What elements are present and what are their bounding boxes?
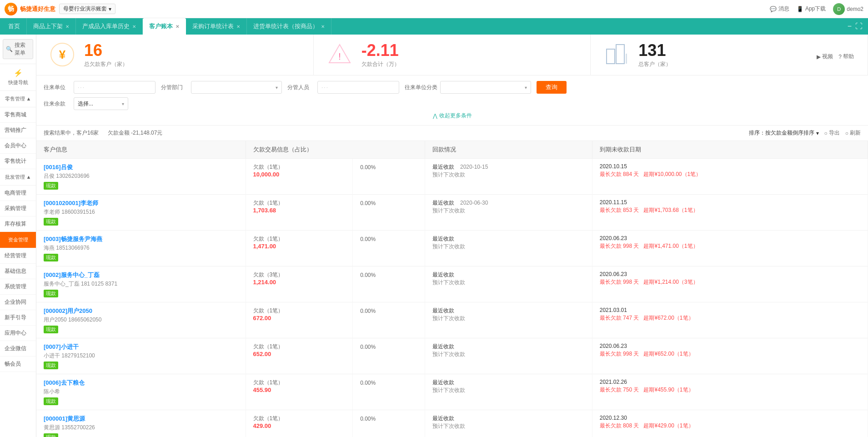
username: demo2: [847, 6, 863, 12]
debt-info-cell: 欠款（1笔） 455.90: [246, 374, 353, 410]
collect-next: 预计下次收款: [432, 171, 585, 179]
sidebar-item-wholesale-mgmt[interactable]: 批发管理 ▲: [0, 169, 36, 186]
chevron-up-icon: ⋀: [433, 113, 437, 119]
sort-selector[interactable]: 排序：按欠款金额倒序排序 ▾: [749, 129, 819, 137]
video-button[interactable]: ▶ 视频: [817, 53, 833, 60]
quick-nav-label: 快捷导航: [8, 79, 28, 86]
sidebar-item-beginner[interactable]: 新手引导: [0, 310, 36, 326]
svg-text:!: !: [338, 51, 341, 61]
tab-label: 产成品入库单历史: [82, 22, 130, 30]
sidebar-item-basic-info[interactable]: 基础信息: [0, 264, 36, 279]
party-input[interactable]: ···: [74, 81, 156, 94]
debt-info-cell: 欠款（1笔） 1,703.68: [246, 195, 353, 231]
sidebar-item-ecommerce[interactable]: 电商管理: [0, 186, 36, 201]
stat-info-total: 131 总客户（家）: [638, 41, 671, 68]
enterprise-label: 企业协同: [5, 298, 26, 306]
person-input[interactable]: ···: [317, 81, 399, 94]
category-select[interactable]: ▾: [440, 81, 531, 94]
due-date: 2021.02.26: [600, 379, 860, 385]
tab-purchase-stats[interactable]: 进货单统计表（按商品） ✕: [247, 18, 331, 35]
results-bar-right: 排序：按欠款金额倒序排序 ▾ ○ 导出 ○ 刷新: [749, 129, 861, 137]
toggle-more-filters[interactable]: ⋀ 收起更多条件: [44, 110, 861, 121]
help-button[interactable]: ? 帮助: [838, 53, 854, 60]
dept-select[interactable]: ▾: [191, 81, 282, 94]
sidebar-item-member-center[interactable]: 会员中心: [0, 138, 36, 154]
customer-name[interactable]: [0001020001]李老师: [44, 200, 98, 206]
user-menu[interactable]: D demo2: [833, 3, 863, 15]
debt-info-cell: 欠款（1笔） 429.00: [246, 410, 353, 437]
debt-percent-cell: 0.00%: [353, 374, 425, 410]
sidebar-item-quick-nav[interactable]: ⚡ 快捷导航: [0, 64, 36, 91]
overdue-days: 最长欠款 853 天: [600, 207, 642, 213]
overdue-link[interactable]: 超期¥1,703.68（1笔）: [643, 207, 698, 213]
customer-info-cell: [000002]用户2050 用户2050 18665062050 现款: [36, 302, 246, 338]
sidebar-search-box[interactable]: 🔍 搜索菜单: [3, 39, 33, 59]
balance-select[interactable]: 选择... ▾: [74, 97, 128, 110]
maximize-icon[interactable]: ⛶: [855, 22, 863, 30]
overdue-link[interactable]: 超期¥455.90（1笔）: [643, 387, 693, 393]
query-button[interactable]: 查询: [537, 81, 567, 94]
message-button[interactable]: 💬 消息: [770, 5, 789, 13]
customer-name[interactable]: [0007]小进干: [44, 343, 79, 350]
dept-label: 分管部门: [161, 84, 188, 91]
close-icon[interactable]: ✕: [321, 24, 325, 29]
sidebar-item-retail-mall[interactable]: 零售商城: [0, 107, 36, 123]
customer-name[interactable]: [0006]去下粮仓: [44, 379, 85, 386]
close-icon[interactable]: ✕: [176, 24, 179, 29]
overdue-link[interactable]: 超期¥672.00（1笔）: [643, 315, 693, 321]
party-label: 往来单位: [44, 84, 71, 91]
search-label: 搜索菜单: [15, 41, 30, 57]
overdue-link[interactable]: 超期¥652.00（1笔）: [643, 351, 693, 357]
debt-amount: 429.00: [253, 422, 346, 429]
close-icon[interactable]: ✕: [65, 24, 69, 29]
message-label: 消息: [778, 5, 789, 13]
sidebar-item-wechat[interactable]: 企业微信: [0, 341, 36, 357]
overdue-link[interactable]: 超期¥429.00（1笔）: [643, 422, 693, 429]
customer-name[interactable]: [0016]吕俊: [44, 164, 73, 171]
sidebar-item-finance[interactable]: 资金管理: [0, 232, 36, 248]
debt-info-cell: 欠款（1笔） 10,000.00: [246, 159, 353, 195]
chevron-down-icon: ▾: [276, 85, 278, 90]
customer-name[interactable]: [000002]用户2050: [44, 307, 92, 314]
overdue-link[interactable]: 超期¥1,214.00（3笔）: [643, 279, 698, 285]
due-date: 2020.06.23: [600, 235, 860, 241]
sidebar: 🔍 搜索菜单 ⚡ 快捷导航 零售管理 ▲ 零售商城 营销推广 会员中心 零售统计…: [0, 35, 36, 437]
due-date-cell: 2020.11.15 最长欠款 853 天 超期¥1,703.68（1笔）: [592, 195, 868, 231]
app-download-button[interactable]: 📱 App下载: [797, 5, 826, 13]
person-label: 分管人员: [287, 84, 315, 91]
export-button[interactable]: ○ 导出: [824, 129, 840, 137]
sidebar-item-purchase-mgmt[interactable]: 采购管理: [0, 201, 36, 216]
debt-percent-cell: 0.00%: [353, 302, 425, 338]
customer-name[interactable]: [0002]服务中心_丁磊: [44, 271, 100, 278]
sidebar-item-marketing[interactable]: 营销推广: [0, 123, 36, 138]
customer-name[interactable]: [000001]黄思源: [44, 415, 85, 422]
tab-purchase-order[interactable]: 采购订单统计表 ✕: [186, 18, 247, 35]
sidebar-item-system-mgmt[interactable]: 系统管理: [0, 279, 36, 295]
sidebar-item-inventory[interactable]: 库存核算: [0, 216, 36, 232]
overdue-link[interactable]: 超期¥1,471.00（1笔）: [643, 243, 698, 249]
due-date-cell: 2020.10.15 最长欠款 884 天 超期¥10,000.00（1笔）: [592, 159, 868, 195]
sidebar-item-operations[interactable]: 经营管理: [0, 248, 36, 264]
collect-label: 最近收款 2020-10-15: [432, 163, 585, 171]
sidebar-item-retail-stats[interactable]: 零售统计: [0, 154, 36, 169]
close-icon[interactable]: ✕: [236, 24, 240, 29]
table-header-row: 客户信息 欠款交易信息（占比） 回款情况 到期未收款日期: [36, 141, 868, 159]
company-selector[interactable]: 母婴行业演示账套 ▾: [59, 4, 115, 14]
overdue-link[interactable]: 超期¥10,000.00（1笔）: [643, 171, 701, 177]
customer-name[interactable]: [0003]畅捷服务尹海燕: [44, 236, 102, 242]
sidebar-item-retail-mgmt[interactable]: 零售管理 ▲: [0, 91, 36, 107]
minimize-icon[interactable]: −: [848, 22, 852, 30]
tab-product-history[interactable]: 产成品入库单历史 ✕: [76, 18, 143, 35]
debt-percent-cell: 0.00%: [353, 338, 425, 374]
sidebar-item-app-center[interactable]: 应用中心: [0, 326, 36, 341]
tab-customer-account[interactable]: 客户账本 ✕: [143, 18, 186, 35]
close-icon[interactable]: ✕: [132, 24, 136, 29]
debt-amount: 10,000.00: [253, 171, 346, 178]
refresh-button[interactable]: ○ 刷新: [845, 129, 861, 137]
sidebar-item-enterprise[interactable]: 企业协同: [0, 295, 36, 310]
filter-row-2: 往来余款 选择... ▾: [44, 97, 861, 110]
due-date: 2020.10.15: [600, 163, 860, 170]
tab-home[interactable]: 首页: [2, 18, 27, 35]
sidebar-item-membership[interactable]: 畅会员: [0, 357, 36, 372]
tab-product-listing[interactable]: 商品上下架 ✕: [27, 18, 76, 35]
